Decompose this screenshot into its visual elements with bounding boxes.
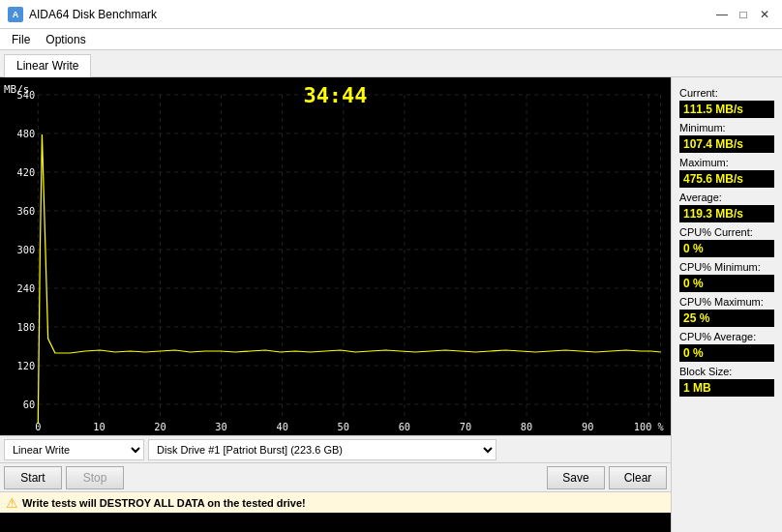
svg-rect-0 xyxy=(0,77,671,435)
start-button[interactable]: Start xyxy=(4,466,62,489)
chart-container: 34:44 MB/s xyxy=(0,77,671,435)
svg-text:90: 90 xyxy=(582,422,593,432)
menu-file[interactable]: File xyxy=(4,31,38,48)
svg-text:100 %: 100 % xyxy=(634,422,664,432)
warning-text: Write tests will DESTROY ALL DATA on the… xyxy=(22,497,306,509)
control-row-buttons: Start Stop Save Clear xyxy=(0,462,671,491)
save-button[interactable]: Save xyxy=(547,466,605,489)
svg-text:40: 40 xyxy=(276,422,287,432)
block-size-label: Block Size: xyxy=(679,366,774,377)
main-content: 34:44 MB/s xyxy=(0,77,782,532)
menu-bar: File Options xyxy=(0,29,782,50)
maximize-button[interactable]: □ xyxy=(734,5,753,24)
cpu-minimum-label: CPU% Minimum: xyxy=(679,261,774,273)
clear-button[interactable]: Clear xyxy=(609,466,667,489)
minimum-value: 107.4 MB/s xyxy=(679,135,774,153)
chart-area: 34:44 MB/s xyxy=(0,77,671,532)
stop-button[interactable]: Stop xyxy=(66,466,124,489)
block-size-value: 1 MB xyxy=(679,379,774,397)
svg-text:240: 240 xyxy=(17,283,36,294)
cpu-current-value: 0 % xyxy=(679,240,774,257)
svg-text:10: 10 xyxy=(93,422,105,432)
svg-text:60: 60 xyxy=(399,422,410,432)
control-row-selects: Linear Write Linear Read Random Write Ra… xyxy=(0,435,671,462)
average-value: 119.3 MB/s xyxy=(679,205,774,222)
maximum-label: Maximum: xyxy=(679,157,774,168)
app-icon: A xyxy=(8,7,23,22)
menu-options[interactable]: Options xyxy=(38,31,93,48)
svg-text:120: 120 xyxy=(17,361,36,371)
tab-linear-write[interactable]: Linear Write xyxy=(4,54,91,77)
cpu-average-label: CPU% Average: xyxy=(679,331,774,342)
cpu-average-value: 0 % xyxy=(679,344,774,362)
test-type-dropdown[interactable]: Linear Write Linear Read Random Write Ra… xyxy=(4,439,144,460)
chart-svg: 540 480 420 360 300 240 180 120 60 0 10 … xyxy=(0,77,671,435)
current-label: Current: xyxy=(679,87,774,99)
y-axis-label: MB/s xyxy=(4,83,30,96)
close-button[interactable]: ✕ xyxy=(755,5,774,24)
window-title: AIDA64 Disk Benchmark xyxy=(29,8,157,21)
svg-text:180: 180 xyxy=(17,322,36,333)
cpu-maximum-value: 25 % xyxy=(679,310,774,327)
title-bar-left: A AIDA64 Disk Benchmark xyxy=(8,7,157,22)
svg-text:70: 70 xyxy=(460,422,471,432)
cpu-current-label: CPU% Current: xyxy=(679,226,774,238)
svg-text:20: 20 xyxy=(154,422,165,432)
svg-text:300: 300 xyxy=(17,245,36,255)
svg-text:360: 360 xyxy=(17,206,36,217)
title-bar-controls: — □ ✕ xyxy=(712,5,774,24)
cpu-maximum-label: CPU% Maximum: xyxy=(679,296,774,308)
minimum-label: Minimum: xyxy=(679,122,774,133)
svg-text:480: 480 xyxy=(17,129,36,139)
svg-text:80: 80 xyxy=(521,422,532,432)
minimize-button[interactable]: — xyxy=(712,5,732,24)
right-panel: Current: 111.5 MB/s Minimum: 107.4 MB/s … xyxy=(671,77,782,532)
current-value: 111.5 MB/s xyxy=(679,101,774,118)
title-bar: A AIDA64 Disk Benchmark — □ ✕ xyxy=(0,0,782,29)
svg-text:420: 420 xyxy=(17,167,36,178)
drive-dropdown[interactable]: Disk Drive #1 [Patriot Burst] (223.6 GB) xyxy=(148,439,496,460)
tab-bar: Linear Write xyxy=(0,50,782,77)
cpu-minimum-value: 0 % xyxy=(679,275,774,292)
svg-text:50: 50 xyxy=(338,422,349,432)
warning-icon: ⚠ xyxy=(6,495,18,511)
warning-row: ⚠ Write tests will DESTROY ALL DATA on t… xyxy=(0,491,671,513)
maximum-value: 475.6 MB/s xyxy=(679,170,774,188)
average-label: Average: xyxy=(679,192,774,203)
svg-text:30: 30 xyxy=(215,422,226,432)
svg-text:60: 60 xyxy=(23,399,35,410)
